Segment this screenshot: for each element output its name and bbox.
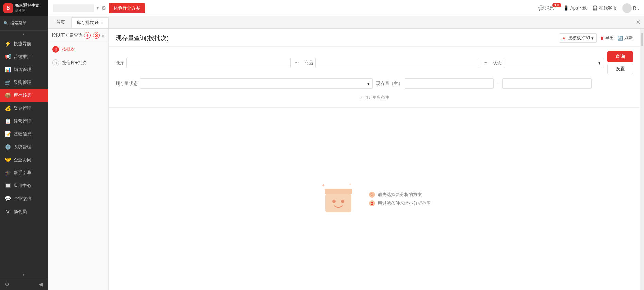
sidebar-item-huiyuan[interactable]: V 畅会员 (0, 205, 48, 218)
sidebar-scroll-down[interactable]: ▼ (0, 271, 48, 278)
scrollbar-thumb (641, 33, 643, 46)
plan-label: 按批次 (62, 46, 75, 52)
plan-settings-btn[interactable]: ⚙ (93, 32, 100, 39)
plan-secondary-icon: ⚙ (52, 59, 59, 66)
online-service-btn[interactable]: 🎧 在线客服 (592, 5, 617, 11)
sidebar-item-zijin[interactable]: 💰 资金管理 (0, 102, 48, 115)
collapse-filter-btn[interactable]: ∧ 收起更多条件 (116, 93, 633, 103)
online-service-label: 在线客服 (599, 5, 617, 11)
topbar-settings-icon[interactable]: ⚙ (101, 5, 106, 11)
topbar-dropdown-icon[interactable]: ▾ (97, 6, 99, 11)
tab-kucun-pizhang[interactable]: 库存批次账 ✕ (71, 17, 109, 28)
sidebar-scroll-up[interactable]: ▲ (0, 31, 48, 37)
product-more-btn[interactable]: ··· (481, 59, 489, 67)
product-input[interactable] (315, 58, 479, 68)
yingxiao-icon: 📢 (5, 54, 11, 60)
sidebar-item-yingyong[interactable]: 🔲 应用中心 (0, 179, 48, 192)
xinshou-icon: 🎓 (5, 170, 11, 176)
messages-btn[interactable]: 💬 消息 99+ (538, 5, 558, 11)
empty-tip-2: 2 用过滤条件来缩小分析范围 (369, 200, 431, 206)
svg-text:✦: ✦ (349, 182, 351, 186)
footer-settings-icon[interactable]: ⚙ (5, 281, 9, 287)
sidebar-item-kuaijie[interactable]: ⚡ 快捷导航 (0, 37, 48, 50)
tab-close-icon[interactable]: ✕ (100, 21, 104, 25)
stock-amount-to-input[interactable] (502, 78, 591, 89)
add-plan-btn[interactable]: + (84, 32, 91, 39)
qiyeweixin-icon: 💬 (5, 196, 11, 202)
footer-collapse-icon[interactable]: ◀ (39, 281, 43, 287)
user-menu[interactable]: Rit (622, 3, 639, 13)
product-filter: 商品 ··· (304, 58, 490, 68)
tip-num-2: 2 (369, 200, 375, 206)
tip-text-2: 用过滤条件来缩小分析范围 (378, 200, 431, 206)
sidebar-item-jingying[interactable]: 📋 经营管理 (0, 115, 48, 128)
caigou-icon: 🛒 (5, 79, 11, 86)
kuaijie-icon: ⚡ (5, 41, 11, 47)
experience-btn[interactable]: 体验行业方案 (109, 3, 145, 13)
empty-state: ✦ ✦ 1 请先选择要分析的方案 2 用过滤条件来缩小分析范围 (109, 108, 640, 290)
sidebar-item-jichu[interactable]: 📝 基础信息 (0, 128, 48, 141)
topbar-nav: ▾ ⚙ 体验行业方案 (53, 3, 535, 13)
search-menu-button[interactable]: 🔍 搜索菜单 (3, 19, 44, 28)
right-scrollbar[interactable] (640, 29, 644, 290)
svg-rect-1 (325, 194, 351, 212)
stock-status-filter: 现存量状态 ▾ (116, 78, 373, 89)
export-btn[interactable]: ⬆ 导出 (600, 35, 614, 41)
app-download-btn[interactable]: 📱 App下载 (563, 5, 587, 11)
tabbar-close-btn[interactable]: ✕ (635, 19, 641, 26)
sidebar-header: 6 畅康通好生意 标准版 (0, 0, 48, 16)
sidebar-item-label: 畅会员 (14, 209, 27, 215)
sidebar-item-label: 新手引导 (14, 170, 31, 176)
sidebar-item-xinshou[interactable]: 🎓 新手引导 (0, 166, 48, 179)
stock-amount-from-input[interactable] (405, 78, 494, 89)
plan-item-by-batch[interactable]: ⚙ 按批次 (48, 42, 108, 56)
tab-home[interactable]: 首页 (51, 17, 70, 28)
settings-button[interactable]: 设置 (607, 64, 633, 74)
empty-illustration: ✦ ✦ (318, 179, 359, 219)
svg-rect-0 (325, 189, 352, 194)
user-name: Rit (633, 5, 639, 11)
plan-item-by-warehouse-batch[interactable]: ⚙ 按仓库+批次 (48, 56, 108, 70)
sidebar-item-label: 营销推广 (14, 54, 31, 60)
collapse-icon: « (102, 33, 104, 38)
sidebar-item-yingxiao[interactable]: 📢 营销推广 (0, 50, 48, 63)
filter-row-2: 现存量状态 ▾ 现存量（主） — (116, 78, 633, 89)
panel-collapse-btn[interactable]: « (102, 33, 104, 38)
filter-row-1: 仓库 ··· 商品 ··· 状态 ▾ (116, 51, 633, 74)
print-btn[interactable]: 🖨 按模板打印 ▾ (559, 33, 597, 43)
sidebar-item-xiaoshou[interactable]: 📊 销售管理 (0, 63, 48, 76)
warehouse-filter: 仓库 ··· (116, 58, 301, 68)
sidebar-item-qiyeweixin[interactable]: 💬 企业微信 (0, 192, 48, 205)
content-area: 按以下方案查询 + ⚙ « ⚙ 按批次 ⚙ (48, 29, 644, 290)
left-panel: 按以下方案查询 + ⚙ « ⚙ 按批次 ⚙ (48, 29, 109, 290)
warehouse-more-btn[interactable]: ··· (293, 59, 301, 67)
sidebar-item-xitong[interactable]: ⚙️ 系统管理 (0, 141, 48, 153)
headset-icon: 🎧 (592, 5, 598, 11)
sidebar-search-area[interactable]: 🔍 搜索菜单 (0, 16, 48, 31)
qiye-icon: 🤝 (5, 157, 11, 163)
sidebar-item-caigou[interactable]: 🛒 采购管理 (0, 76, 48, 89)
refresh-btn[interactable]: 🔄 刷新 (617, 35, 633, 41)
left-panel-header: 按以下方案查询 + ⚙ « (48, 29, 108, 42)
status-select[interactable]: ▾ (504, 58, 604, 68)
svg-point-2 (332, 200, 336, 203)
product-label: 商品 (304, 60, 313, 66)
stock-status-select[interactable]: ▾ (140, 78, 373, 89)
search-icon: 🔍 (3, 21, 9, 26)
collapse-filter-icon: ∧ (360, 95, 363, 100)
tabbar: 首页 库存批次账 ✕ ✕ (48, 16, 644, 29)
plan-active-icon: ⚙ (52, 46, 59, 53)
svg-point-3 (341, 200, 344, 203)
refresh-label: 刷新 (624, 35, 633, 41)
sidebar-item-qiye[interactable]: 🤝 企业协同 (0, 153, 48, 166)
sidebar-item-label: 企业微信 (14, 196, 31, 202)
query-button[interactable]: 查询 (607, 51, 633, 62)
tip-num-1: 1 (369, 192, 375, 198)
sidebar-item-kucun[interactable]: 📦 库存核算 (0, 89, 48, 102)
zijin-icon: 💰 (5, 105, 11, 111)
topbar: ▾ ⚙ 体验行业方案 💬 消息 99+ 📱 App下载 🎧 在线客服 Rit (48, 0, 644, 16)
tab-home-label: 首页 (56, 19, 65, 25)
print-dropdown-icon: ▾ (591, 36, 594, 41)
warehouse-input[interactable] (126, 58, 291, 68)
topbar-search-input[interactable] (53, 4, 94, 12)
